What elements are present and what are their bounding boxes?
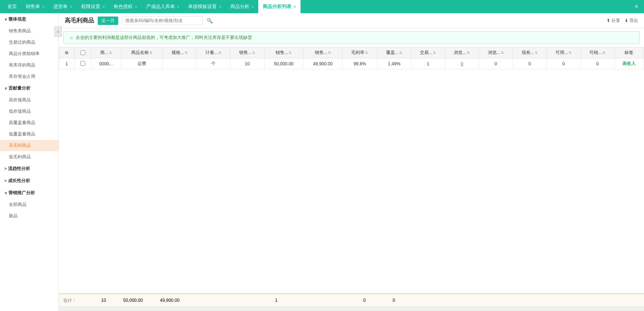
window-close-button[interactable]: × [632, 3, 641, 10]
nav-item-单据模板设置[interactable]: 单据模板设置× [184, 0, 226, 13]
cell-trade: 1 [411, 58, 445, 69]
sidebar-item-低毛利商品[interactable]: 低毛利商品 [0, 151, 58, 163]
nav-item-权限设置[interactable]: 权限设置× [77, 0, 109, 13]
sidebar-item-有库存的商品[interactable]: 有库存的商品 [0, 59, 58, 71]
sidebar-item-高覆盖量商品[interactable]: 高覆盖量商品 [0, 117, 58, 129]
search-button[interactable]: 🔍 [206, 18, 213, 23]
sort-icon-stock_sell: ⇅ [602, 51, 605, 55]
sort-icon-stock_cur: ⇅ [535, 51, 538, 55]
col-header-name[interactable]: 商品名称⇅ [121, 47, 162, 58]
sidebar-item-新品[interactable]: 新品 [0, 210, 58, 222]
col-header-gross_margin[interactable]: 毛利率⇅ [342, 47, 377, 58]
col-header-tag: 标签 [614, 47, 644, 58]
group-arrow-整体信息: ∨ [4, 17, 7, 21]
cell-coverage: 1.49% [377, 58, 411, 69]
sort-icon-view2: ⇅ [501, 51, 504, 55]
footer-sales-amt: 50,000.00 [115, 298, 151, 303]
sort-icon-unit: ⇅ [219, 51, 222, 55]
sidebar-group-流趋性分析[interactable]: >流趋性分析 [0, 163, 58, 175]
nav-item-商品分析列表[interactable]: 商品分析列表× [258, 0, 300, 13]
sidebar-item-低价值商品[interactable]: 低价值商品 [0, 106, 58, 117]
col-header-spec[interactable]: 规格...⇅ [163, 47, 197, 58]
footer-label: 合计： [63, 297, 93, 304]
row-checkbox[interactable] [80, 61, 85, 66]
page-title: 高毛利商品 [65, 17, 94, 25]
top-navigation: 首页销售单×进货单×权限设置×角色授权×产成品入库单×单据模板设置×商品分析×商… [0, 0, 644, 13]
cell-sales_cost: 49,900.00 [303, 58, 342, 69]
data-table: ⚙商...⇅商品名称⇅规格...⇅计量...⇅销售...⇅销售...⇅销售...… [59, 47, 644, 69]
cell-unit: 个 [197, 58, 230, 69]
col-header-stock_cur[interactable]: 现有...⇅ [513, 47, 547, 58]
horizontal-scrollbar[interactable] [59, 307, 644, 311]
cell-stock_avail: 0 [547, 58, 580, 69]
nav-close-角色授权[interactable]: × [135, 4, 137, 9]
cell-spec [163, 58, 197, 69]
export-icon: ⬇ [625, 18, 628, 23]
nav-close-单据模板设置[interactable]: × [219, 4, 221, 9]
sidebar-item-库存资金占用[interactable]: 库存资金占用 [0, 71, 58, 82]
col-header-stock_avail[interactable]: 可用...⇅ [547, 47, 580, 58]
col-header-view1[interactable]: 浏览...⇅ [445, 47, 479, 58]
nav-close-销售单[interactable]: × [42, 4, 44, 9]
cell-checkbox [75, 58, 91, 69]
col-header-view2[interactable]: 浏览...⇅ [479, 47, 513, 58]
nav-item-产成品入库单[interactable]: 产成品入库单× [142, 0, 184, 13]
cell-index: 1 [59, 58, 75, 69]
col-header-stock_sell[interactable]: 可销...⇅ [580, 47, 614, 58]
nav-item-角色授权[interactable]: 角色授权× [109, 0, 141, 13]
info-text: 企业的主要的利润都是这部分商品创造的，可考虑加大推广，同时关注库存是不要出现缺货 [76, 35, 252, 41]
sidebar-group-成长性分析[interactable]: >成长性分析 [0, 175, 58, 187]
export-button[interactable]: ⬇ 导出 [625, 18, 638, 24]
col-header-trade[interactable]: 交易...⇅ [411, 47, 445, 58]
col-header-coverage[interactable]: 覆盖...⇅ [377, 47, 411, 58]
info-bar: ☆ 企业的主要的利润都是这部分商品创造的，可考虑加大推广，同时关注库存是不要出现… [63, 31, 640, 44]
sort-icon-code: ⇅ [109, 51, 112, 55]
footer-stock-cur: 0 [350, 298, 379, 303]
group-label-营销推广分析: 营销推广分析 [8, 190, 35, 196]
share-button[interactable]: ⬆ 分享 [607, 18, 620, 24]
cell-stock_sell: 0 [580, 58, 614, 69]
select-all-checkbox[interactable] [80, 50, 85, 55]
sidebar-group-贡献量分析[interactable]: ∨贡献量分析 [0, 82, 58, 94]
info-icon: ☆ [69, 35, 73, 40]
sidebar-item-销售类商品[interactable]: 销售类商品 [0, 25, 58, 37]
nav-close-商品分析列表[interactable]: × [294, 4, 296, 9]
nav-item-进货单[interactable]: 进货单× [49, 0, 76, 13]
cell-stock_cur: 0 [513, 58, 547, 69]
settings-icon[interactable]: ⚙ [65, 50, 69, 55]
sort-icon-sales_qty: ⇅ [252, 51, 255, 55]
content-area: 高毛利商品 近一月 🔍 ⬆ 分享 ⬇ 导出 ☆ 企业的主要的利润都是这部分商品创… [59, 13, 644, 311]
nav-item-销售单[interactable]: 销售单× [21, 0, 49, 13]
col-header-index: ⚙ [59, 47, 75, 58]
cell-name: 运费 [121, 58, 162, 69]
col-header-sales_qty[interactable]: 销售...⇅ [230, 47, 264, 58]
cell-view1[interactable]: 0 [445, 58, 479, 69]
nav-close-产成品入库单[interactable]: × [177, 4, 179, 9]
col-header-sales_amt[interactable]: 销售...⇅ [264, 47, 303, 58]
sidebar-item-高毛利商品[interactable]: 高毛利商品 [0, 140, 58, 151]
col-header-sales_cost[interactable]: 销售...⇅ [303, 47, 342, 58]
cell-gross_margin: 99.8% [342, 58, 377, 69]
sidebar-item-低覆盖量商品[interactable]: 低覆盖量商品 [0, 129, 58, 140]
col-header-code[interactable]: 商...⇅ [91, 47, 121, 58]
sidebar-item-高价值商品[interactable]: 高价值商品 [0, 94, 58, 106]
footer-sales-qty: 10 [93, 298, 115, 303]
nav-item-首页[interactable]: 首页 [3, 0, 21, 13]
sidebar-group-整体信息[interactable]: ∨整体信息 [0, 13, 58, 25]
nav-item-商品分析[interactable]: 商品分析× [226, 0, 258, 13]
footer-cells: 10 50,000.00 49,900.00 1 0 0 [93, 298, 640, 303]
sidebar-group-营销推广分析[interactable]: ∨营销推广分析 [0, 187, 58, 199]
footer-sales-cost: 49,900.00 [151, 298, 188, 303]
sidebar-item-全部商品[interactable]: 全部商品 [0, 199, 58, 210]
nav-close-权限设置[interactable]: × [102, 4, 105, 9]
filter-period-button[interactable]: 近一月 [98, 17, 118, 25]
sidebar-item-商品分类助销率[interactable]: 商品分类助销率 [0, 48, 58, 59]
sidebar-collapse-button[interactable]: « [54, 26, 62, 37]
nav-close-商品分析[interactable]: × [252, 4, 254, 9]
col-header-unit[interactable]: 计量...⇅ [197, 47, 230, 58]
search-input[interactable] [122, 16, 203, 25]
nav-close-进货单[interactable]: × [70, 4, 72, 9]
sort-icon-view1: ⇅ [467, 51, 470, 55]
cell-sales_qty: 10 [230, 58, 264, 69]
sidebar-item-交易过的商品[interactable]: 交易过的商品 [0, 37, 58, 48]
